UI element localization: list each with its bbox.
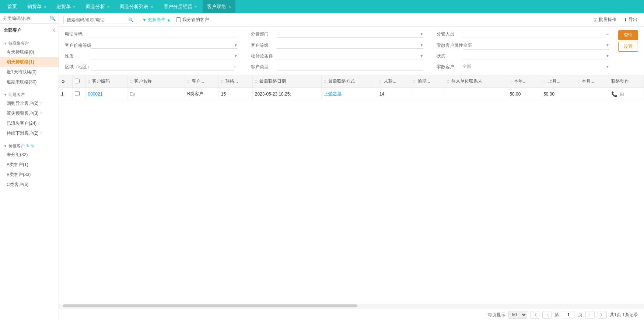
sidebar-group-title-pending[interactable]: 待联络客户: [0, 39, 59, 47]
sidebar-item-class-a[interactable]: A类客户(1): [0, 160, 59, 170]
page-number-input[interactable]: [562, 311, 575, 318]
th-settings[interactable]: ⚙: [59, 75, 72, 88]
sidebar-item-today[interactable]: 今天待联络(0): [0, 47, 59, 57]
more-filter-button[interactable]: ▼ 更多条件 ▲: [140, 15, 173, 24]
sidebar-item-overdue[interactable]: 逾期未联络(30): [0, 77, 59, 87]
refresh-icon[interactable]: ↻: [26, 144, 29, 148]
sidebar-item-churned[interactable]: 已流失客户(24) ?: [0, 118, 59, 128]
sort-icon: ::: [187, 79, 189, 83]
more-dots-icon[interactable]: ···: [234, 64, 238, 69]
th-type[interactable]: :: 客户...: [185, 75, 219, 88]
th-name[interactable]: :: 客户名称: [127, 75, 185, 88]
cell-name: Ea: [127, 88, 185, 100]
th-this-year[interactable]: :: 本年...: [507, 75, 541, 88]
prev-page-button[interactable]: 〈: [542, 311, 552, 319]
horizontal-scrollbar[interactable]: [59, 304, 644, 308]
row-checkbox[interactable]: [75, 91, 80, 96]
filter-row-2: 客户价格等级 ▼ 客户等级 ▼: [65, 41, 609, 50]
chevron-down-icon: ▼: [606, 43, 609, 47]
sidebar-item-ungrouped[interactable]: 未分组(32): [0, 150, 59, 160]
last-page-button[interactable]: 》: [598, 311, 607, 319]
sidebar-group-title-problem[interactable]: 问题客户: [0, 90, 59, 99]
batch-action-button[interactable]: ☑ 批量操作: [591, 15, 619, 24]
sidebar-all-customers[interactable]: 全部客户 《: [0, 25, 59, 36]
sidebar-item-abnormal-repurchase[interactable]: 回购异常客户(2) ?: [0, 99, 59, 108]
cell-this-year: 50.00: [507, 88, 541, 100]
nav-sales-order[interactable]: 销货单 ×: [23, 0, 50, 13]
nav-product-analysis[interactable]: 商品分析 ×: [81, 0, 114, 13]
th-overdue[interactable]: :: 逾期...: [411, 75, 445, 88]
grid-action-icon[interactable]: ⊞: [620, 91, 624, 97]
nav-customer-contact[interactable]: 客户联络 ×: [203, 0, 235, 13]
my-customers-checkbox-wrap[interactable]: 我分管的客户: [176, 17, 209, 23]
filter-customer-level-select[interactable]: ▼: [277, 42, 424, 49]
filter-status-select[interactable]: ▼: [462, 53, 609, 59]
filter-nature-select[interactable]: ▼: [91, 53, 238, 59]
chevron-down-icon: ▼: [420, 54, 423, 58]
filter-fields: 电话号码 分管部门 ▼ 分管人员: [65, 30, 609, 71]
sidebar-item-declining[interactable]: 持续下滑客户(2) ?: [0, 128, 59, 138]
filter-manager-input[interactable]: [462, 30, 606, 38]
sidebar-item-class-b[interactable]: B类客户(33): [0, 170, 59, 180]
th-this-month[interactable]: :: 本月...: [575, 75, 609, 88]
next-page-button[interactable]: 〉: [585, 311, 595, 319]
phone-action-icon[interactable]: 📞: [611, 91, 617, 97]
close-icon[interactable]: ×: [44, 4, 46, 9]
th-last-method[interactable]: :: 最后联络方式: [321, 75, 377, 88]
th-last-month[interactable]: :: 上月...: [541, 75, 575, 88]
content-area: 🔍 ▼ 更多条件 ▲ 我分管的客户 ☑ 批量操作 ⬆ 导出: [59, 13, 644, 321]
th-no-contact[interactable]: :: 未联...: [377, 75, 411, 88]
filter-phone-input[interactable]: [91, 30, 238, 38]
th-checkbox[interactable]: [72, 75, 85, 88]
sidebar-group-title-value[interactable]: 价值客户 ↻ ✎: [0, 141, 59, 150]
th-last-date[interactable]: :: 最后联络日期: [252, 75, 321, 88]
nav-product-analysis-list[interactable]: 商品分析列表 ×: [115, 0, 157, 13]
my-customers-checkbox[interactable]: [176, 17, 181, 22]
sidebar-item-class-c[interactable]: C类客户(6): [0, 180, 59, 190]
cell-checkbox[interactable]: [72, 88, 85, 100]
th-contact-person[interactable]: :: 往来单位联系人: [445, 75, 507, 88]
filter-retail-select[interactable]: 全部 ▼: [462, 62, 609, 71]
close-icon[interactable]: ×: [107, 4, 109, 9]
table-row: 1 000021 Ea B类客户 15 2023-05-23 18:25:: [59, 88, 644, 100]
select-all-checkbox[interactable]: [75, 79, 80, 83]
filter-payment-select[interactable]: ▼: [277, 53, 424, 59]
th-action: 联络动作: [609, 75, 644, 88]
close-icon[interactable]: ×: [195, 4, 197, 9]
close-icon[interactable]: ×: [151, 4, 153, 9]
more-dots-icon[interactable]: ···: [606, 32, 609, 37]
reset-button[interactable]: 设置: [618, 42, 638, 52]
filter-retail-attr-select[interactable]: 全部 ▼: [463, 41, 609, 50]
nav-home[interactable]: 首页: [3, 0, 21, 13]
sidebar-search-input[interactable]: [3, 16, 50, 21]
scrollbar-thumb[interactable]: [63, 304, 357, 307]
edit-icon[interactable]: ✎: [31, 144, 35, 149]
filter-region-input[interactable]: [91, 63, 234, 71]
search-submit-icon[interactable]: 🔍: [128, 17, 134, 23]
sidebar-search-wrap: 🔍: [0, 13, 59, 24]
th-contact[interactable]: :: 联络...: [218, 75, 252, 88]
nav-purchase-order[interactable]: 进货单 ×: [52, 0, 80, 13]
filter-price-level-select[interactable]: ▼: [91, 42, 238, 49]
checkbox-icon: ☑: [594, 17, 598, 23]
page-size-select[interactable]: 50 100 200: [508, 311, 527, 319]
export-button[interactable]: ⬆ 导出: [622, 15, 640, 24]
search-input[interactable]: [67, 17, 128, 23]
page-size-label: 每页显示: [488, 312, 505, 318]
last-method-link[interactable]: 下销货单: [324, 91, 342, 96]
sidebar-group-problem: 问题客户 回购异常客户(2) ? 流失预警客户(3) ? 已流失客户(24) ?…: [0, 89, 59, 140]
sidebar-item-tomorrow[interactable]: 明天待联络(1): [0, 57, 59, 67]
query-button[interactable]: 查询: [618, 30, 638, 40]
first-page-button[interactable]: 《: [530, 311, 539, 319]
customer-code-link[interactable]: 000021: [88, 92, 103, 97]
filter-dept-select[interactable]: ▼: [277, 31, 424, 38]
sidebar-item-7days[interactable]: 近7天待联络(0): [0, 67, 59, 77]
cell-overdue: [411, 88, 445, 100]
close-icon[interactable]: ×: [73, 4, 75, 9]
nav-customer-layering[interactable]: 客户分层经营 ×: [159, 0, 201, 13]
close-icon[interactable]: ×: [228, 4, 231, 9]
sidebar-item-churn-warning[interactable]: 流失预警客户(3) ?: [0, 108, 59, 118]
th-code[interactable]: :: 客户编码: [85, 75, 127, 88]
sidebar-search-icon[interactable]: 🔍: [50, 15, 56, 21]
filter-customer-type-input[interactable]: [277, 63, 424, 71]
